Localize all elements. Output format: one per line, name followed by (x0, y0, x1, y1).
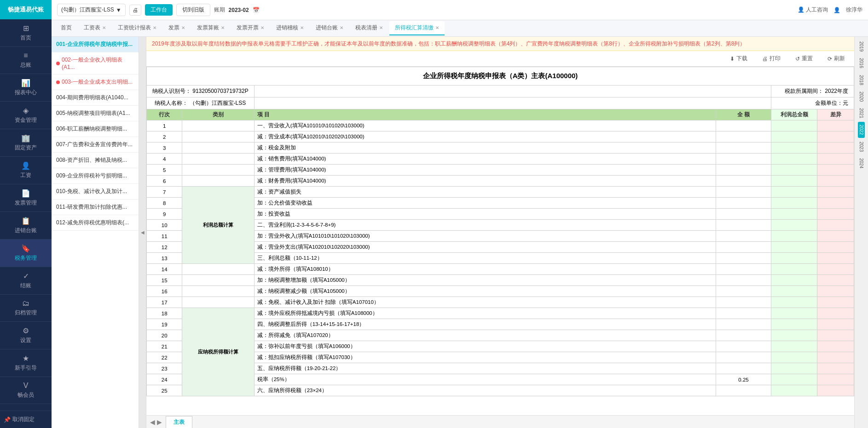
cell-quane[interactable] (716, 220, 771, 231)
close-tab-invoice[interactable]: ✕ (181, 25, 185, 30)
next-sheet-icon[interactable]: ▶ (157, 418, 162, 426)
cell-chayi[interactable] (817, 352, 854, 363)
left-panel-item-012[interactable]: 012-减免所得税优惠明细表(... (52, 215, 139, 231)
cell-item[interactable]: 三、利润总额（10-11-12） (254, 253, 716, 264)
cell-quane[interactable] (716, 297, 771, 308)
prev-sheet-icon[interactable]: ◀ (150, 418, 155, 426)
cell-item[interactable]: 四、纳税调整后所得（13-14+15-16-17+18） (254, 319, 716, 330)
ai-consult-btn[interactable]: 👤 人工咨询 (798, 6, 828, 14)
sidebar-item-tax[interactable]: 🔖 税务管理 (0, 240, 52, 267)
print-icon-btn[interactable]: 🖨 (129, 5, 141, 16)
download-button[interactable]: ⬇ 下载 (726, 53, 751, 64)
switch-old-button[interactable]: 切到旧版 (176, 4, 210, 16)
cell-lirun[interactable] (771, 198, 817, 209)
cell-lirun[interactable] (771, 120, 817, 131)
cell-chayi[interactable] (817, 319, 854, 330)
cell-chayi[interactable] (817, 253, 854, 264)
sidebar-item-home[interactable]: ⊞ 首页 (0, 19, 52, 47)
left-panel-item-002[interactable]: 002-一般企业收入明细表(A1... (52, 52, 139, 74)
cell-quane[interactable] (716, 242, 771, 253)
left-panel-item-005[interactable]: 005-纳税调整项目明细表(A1... (52, 106, 139, 121)
cell-chayi[interactable] (817, 330, 854, 341)
cell-item[interactable]: 加：投资收益 (254, 209, 716, 220)
year-2023[interactable]: 2023 (858, 139, 865, 154)
cell-item[interactable]: 减：税金及附加 (254, 143, 716, 154)
sidebar-item-settings[interactable]: ⚙ 设置 (0, 322, 52, 349)
cell-lirun[interactable] (771, 242, 817, 253)
left-panel-item-003[interactable]: 003-一般企业成本支出明细... (52, 74, 139, 90)
close-tab-invoice-open[interactable]: ✕ (260, 25, 264, 30)
cell-chayi[interactable] (817, 120, 854, 131)
cell-quane[interactable] (716, 176, 771, 187)
cell-lirun[interactable] (771, 330, 817, 341)
cell-item[interactable]: 减：财务费用(填写A104000) (254, 176, 716, 187)
cell-quane[interactable] (716, 264, 771, 275)
cell-chayi[interactable] (817, 286, 854, 297)
cell-lirun[interactable] (771, 374, 817, 385)
sidebar-item-settle[interactable]: ✓ 结账 (0, 267, 52, 295)
cell-lirun[interactable] (771, 363, 817, 374)
cell-chayi[interactable] (817, 242, 854, 253)
cell-item[interactable]: 减：境外所得（填写A108010） (254, 264, 716, 275)
close-tab-inbound-ledger[interactable]: ✕ (340, 25, 343, 30)
cell-item[interactable]: 减：纳税调整减少额（填写A105000） (254, 286, 716, 297)
cell-item[interactable]: 减：境外应税所得抵减境内亏损（填写A108000） (254, 308, 716, 319)
tab-home[interactable]: 首页 (55, 21, 77, 35)
reset-button[interactable]: ↺ 重置 (792, 53, 816, 64)
cell-item[interactable]: 减：免税、减计收入及加计 扣除（填写A107010） (254, 297, 716, 308)
cell-chayi[interactable] (817, 385, 854, 396)
year-2019[interactable]: 2019 (858, 39, 865, 54)
cell-quane[interactable] (716, 253, 771, 264)
close-tab-invoice-calc[interactable]: ✕ (221, 25, 225, 30)
cell-lirun[interactable] (771, 385, 817, 396)
cell-chayi[interactable] (817, 363, 854, 374)
year-2024[interactable]: 2024 (858, 155, 865, 171)
cell-chayi[interactable] (817, 275, 854, 286)
sidebar-item-archive[interactable]: 🗂 归档管理 (0, 295, 52, 322)
cell-item[interactable]: 减：营业外支出(填写A102010\102020\103000) (254, 242, 716, 253)
cell-lirun[interactable] (771, 275, 817, 286)
cell-lirun[interactable] (771, 131, 817, 143)
cell-item[interactable]: 减：弥补以前年度亏损（填写A106000） (254, 341, 716, 352)
cell-item[interactable]: 二、营业利润(1-2-3-4-5-6-7-8+9) (254, 220, 716, 231)
tab-tax-table[interactable]: 税表清册 ✕ (350, 21, 388, 35)
left-panel-item-011[interactable]: 011-研发费用加计扣除优惠... (52, 200, 139, 215)
table-wrapper[interactable]: 企业所得税年度纳税申报表（A类）主表(A100000) 纳税人识别号： 9132… (146, 67, 854, 415)
left-panel-item-008[interactable]: 008-资产折旧、摊销及纳税... (52, 153, 139, 168)
cell-quane[interactable] (716, 231, 771, 242)
cell-lirun[interactable] (771, 352, 817, 363)
year-2016[interactable]: 2016 (858, 55, 865, 71)
cell-item[interactable]: 一、营业收入(填写A101010\101020\103000) (254, 120, 716, 131)
cell-chayi[interactable] (817, 131, 854, 143)
cell-lirun[interactable] (771, 319, 817, 330)
sidebar-item-invoice[interactable]: 📄 发票管理 (0, 184, 52, 212)
cell-item[interactable]: 加：公允价值变动收益 (254, 198, 716, 209)
close-tab-inbound-check[interactable]: ✕ (300, 25, 304, 30)
cell-lirun[interactable] (771, 165, 817, 176)
tab-invoice-calc[interactable]: 发票算账 ✕ (191, 21, 230, 35)
cell-quane[interactable] (716, 154, 771, 165)
year-2022[interactable]: 2022 (858, 122, 865, 137)
cell-item[interactable]: 加：营业外收入(填写A101010\101020\103000) (254, 231, 716, 242)
cell-chayi[interactable] (817, 374, 854, 385)
close-tab-salary[interactable]: ✕ (102, 25, 106, 30)
cell-chayi[interactable] (817, 198, 854, 209)
cell-lirun[interactable] (771, 341, 817, 352)
cell-quane[interactable] (716, 209, 771, 220)
tab-income-tax[interactable]: 所得税汇算清缴 ✕ (389, 21, 445, 35)
year-2021[interactable]: 2021 (858, 105, 865, 121)
cell-item[interactable]: 减：销售费用(填写A104000) (254, 154, 716, 165)
cell-quane[interactable]: 0.25 (716, 374, 771, 385)
cell-lirun[interactable] (771, 143, 817, 154)
cell-chayi[interactable] (817, 154, 854, 165)
cell-lirun[interactable] (771, 253, 817, 264)
cell-quane[interactable] (716, 341, 771, 352)
refresh-button[interactable]: ⟳ 刷新 (824, 53, 849, 64)
left-panel-item-001[interactable]: 001-企业所得税年度纳税申报... (52, 37, 139, 52)
cell-quane[interactable] (716, 385, 771, 396)
left-panel-item-006[interactable]: 006-职工薪酬纳税调整明细... (52, 121, 139, 137)
cell-chayi[interactable] (817, 308, 854, 319)
sidebar-item-report[interactable]: 📊 报表中心 (0, 74, 52, 102)
sidebar-item-inbound[interactable]: 📋 进销台账 (0, 212, 52, 240)
cell-item[interactable]: 加：纳税调整增加额（填写A105000） (254, 275, 716, 286)
